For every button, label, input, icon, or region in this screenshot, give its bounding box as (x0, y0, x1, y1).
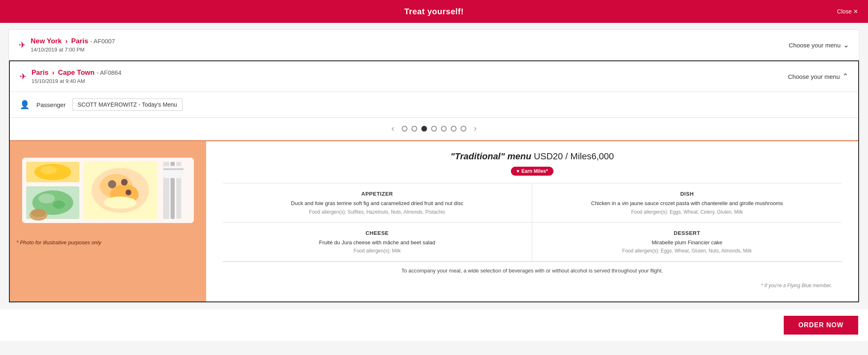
svg-point-13 (121, 179, 128, 185)
flight-row-2[interactable]: ✈ Paris › Cape Town - AF0864 15/10/2019 … (10, 61, 858, 92)
choose-menu-button-1[interactable]: Choose your menu ⌄ (789, 40, 849, 49)
menu-details-col: "Traditional" menu USD20 / Miles6,000 ♥ … (206, 141, 858, 301)
carousel-next-button[interactable]: › (470, 123, 480, 134)
flight-row-2-container: ✈ Paris › Cape Town - AF0864 15/10/2019 … (9, 60, 859, 302)
appetizer-desc: Duck and foie gras terrine soft fig and … (232, 199, 522, 208)
svg-point-15 (104, 196, 137, 209)
dessert-title: DESSERT (542, 230, 832, 236)
menu-price: USD20 / Miles6,000 (534, 151, 614, 161)
appetizer-title: APPETIZER (232, 191, 522, 197)
dish-desc: Chicken in a vin jaune sauce crozet past… (542, 199, 832, 208)
svg-point-4 (53, 201, 65, 209)
header-title: Treat yourself! (404, 7, 463, 16)
menu-title: "Traditional" menu USD20 / Miles6,000 (223, 151, 842, 162)
earn-miles-pill: ♥ Earn Miles* (511, 167, 554, 176)
passenger-select[interactable]: SCOTT MAYEROWITZ - Today's Menu (72, 98, 182, 111)
heart-icon: ♥ (517, 168, 519, 174)
passenger-icon: 👤 (20, 100, 30, 109)
carousel-dot-4[interactable] (441, 126, 447, 132)
carousel-dot-2[interactable] (421, 126, 427, 132)
svg-point-3 (38, 194, 55, 203)
svg-rect-19 (163, 166, 184, 178)
plane-icon-1: ✈ (19, 40, 26, 50)
flight-num-1: - AF0007 (90, 38, 115, 45)
menu-item-appetizer: APPETIZER Duck and foie gras terrine sof… (223, 183, 532, 223)
flight-route-2: Paris › Cape Town - AF0864 (31, 69, 121, 77)
choose-menu-button-2[interactable]: Choose your menu ⌃ (788, 72, 848, 81)
beverage-note: To accompany your meal, a wide selection… (223, 261, 842, 279)
flight-route-1: New York › Paris - AF0007 (31, 37, 115, 45)
cheese-allergen: Food allergen(s): Milk (232, 248, 522, 254)
svg-point-14 (126, 190, 131, 195)
passenger-label: Passenger (36, 101, 66, 108)
menu-grid: APPETIZER Duck and foie gras terrine sof… (223, 183, 842, 279)
carousel-nav: ‹ › (10, 118, 858, 140)
dessert-desc: Mirabelle plum Financier cake (542, 239, 832, 247)
carousel-dot-1[interactable] (412, 126, 417, 132)
choose-menu-label-2: Choose your menu (788, 73, 840, 80)
flight-info-1: New York › Paris - AF0007 14/10/2019 at … (31, 37, 115, 53)
food-tray-svg (18, 145, 198, 231)
flight-left-1: ✈ New York › Paris - AF0007 14/10/2019 a… (19, 37, 115, 53)
arrow-2: › (52, 69, 56, 76)
main-content: ✈ New York › Paris - AF0007 14/10/2019 a… (9, 29, 859, 303)
photo-note: * Photo for illustrative purposes only (10, 235, 206, 250)
dish-allergen: Food allergen(s): Eggs, Wheat, Celery, G… (542, 209, 832, 215)
cheese-desc: Fruité du Jura cheese with mâche and bee… (232, 239, 522, 247)
svg-point-22 (31, 209, 46, 217)
cheese-title: CHEESE (232, 230, 522, 236)
chevron-down-icon-1: ⌄ (843, 40, 849, 49)
carousel-dot-6[interactable] (461, 126, 466, 132)
choose-menu-label-1: Choose your menu (789, 42, 841, 49)
menu-card: * Photo for illustrative purposes only "… (10, 140, 858, 301)
menu-item-cheese: CHEESE Fruité du Jura cheese with mâche … (223, 223, 532, 262)
menu-image-col: * Photo for illustrative purposes only (10, 141, 206, 301)
passenger-section: 👤 Passenger SCOTT MAYEROWITZ - Today's M… (10, 92, 858, 118)
flight-left-2: ✈ Paris › Cape Town - AF0864 15/10/2019 … (20, 69, 121, 84)
dessert-allergen: Food allergen(s): Eggs, Wheat, Gluten, N… (542, 248, 832, 254)
chevron-up-icon-2: ⌃ (842, 72, 848, 81)
carousel-dot-0[interactable] (402, 126, 407, 132)
carousel-prev-button[interactable]: ‹ (388, 123, 398, 134)
footer: ORDER NOW (0, 309, 868, 341)
menu-image (10, 141, 206, 235)
carousel-dot-3[interactable] (431, 126, 437, 132)
flying-blue-note: * If you're a Flying Blue member. (223, 279, 842, 292)
flight-row-1[interactable]: ✈ New York › Paris - AF0007 14/10/2019 a… (9, 30, 859, 60)
carousel-dot-5[interactable] (451, 126, 456, 132)
flight-num-2: - AF0864 (97, 69, 121, 76)
flight-date-1: 14/10/2019 at 7:00 PM (31, 47, 115, 53)
dest-2: Cape Town (58, 69, 94, 76)
dish-title: DISH (542, 191, 832, 197)
appetizer-allergen: Food allergen(s): Sulfites, Hazelnuts, N… (232, 209, 522, 215)
header: Treat yourself! Close ✕ (0, 0, 868, 23)
dest-1: Paris (71, 37, 88, 45)
plane-icon-2: ✈ (20, 71, 27, 81)
flight-date-2: 15/10/2019 at 9:40 AM (31, 78, 121, 84)
order-now-button[interactable]: ORDER NOW (784, 316, 858, 335)
origin-1: New York (31, 37, 62, 45)
close-button[interactable]: Close ✕ (837, 8, 858, 15)
menu-item-dessert: DESSERT Mirabelle plum Financier cake Fo… (532, 223, 842, 262)
origin-2: Paris (31, 69, 49, 76)
arrow-1: › (65, 37, 70, 45)
menu-item-dish: DISH Chicken in a vin jaune sauce crozet… (532, 183, 842, 223)
flight-info-2: Paris › Cape Town - AF0864 15/10/2019 at… (31, 69, 121, 84)
earn-miles-badge: ♥ Earn Miles* (223, 167, 842, 176)
svg-point-7 (40, 166, 57, 174)
svg-rect-20 (163, 168, 184, 170)
menu-name: "Traditional" menu (450, 151, 531, 161)
svg-point-12 (108, 180, 116, 188)
earn-miles-label: Earn Miles* (522, 168, 548, 174)
